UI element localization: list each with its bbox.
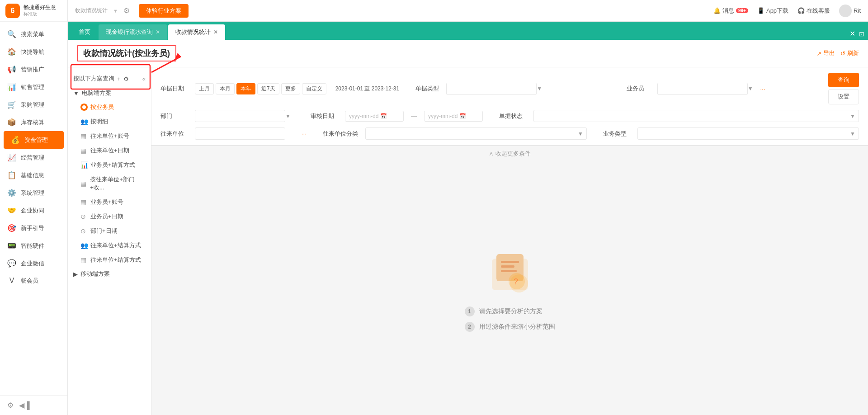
scheme-item-label: 往来单位+结算方式 [90,256,141,264]
scheme-item-partner-account[interactable]: ▦ 往来单位+账号 [68,129,151,143]
svg-rect-3 [501,261,519,263]
scheme-collapse-button[interactable]: « [142,75,146,82]
app-download-btn[interactable]: 📱 App下载 [757,7,788,15]
scheme-item-label: 往来单位+日期 [90,146,129,155]
review-date-from-placeholder: yyyy-mm-dd [349,113,378,119]
gear-icon: ⚙️ [7,189,16,197]
online-service-btn[interactable]: 🎧 在线客服 [797,7,830,15]
scheme-mobile-title[interactable]: ▶ 移动端方案 [68,267,151,281]
sidebar-item-label: 快捷导航 [21,48,44,56]
svg-rect-5 [501,270,517,272]
sidebar-item-label: 系统管理 [21,189,44,197]
partner-category-select[interactable] [365,127,587,140]
salesman-more-btn[interactable]: ··· [760,85,765,92]
sidebar-item-wechat[interactable]: 💬 企业微信 [0,255,67,272]
tab-bank-close-icon[interactable]: ✕ [156,29,160,35]
sidebar-item-inventory[interactable]: 📦 库存核算 [0,113,67,131]
sidebar-item-shortcut[interactable]: 🏠 快捷导航 [0,43,67,61]
sidebar-item-label: 销售管理 [21,83,44,91]
tab-receipt-close-icon[interactable]: ✕ [213,29,218,35]
biz-type-select[interactable] [637,127,859,140]
sidebar-item-label: 资金管理 [24,136,48,144]
sidebar-item-member[interactable]: V 畅会员 [0,272,67,289]
logo-name: 畅捷通好生意 [24,4,56,11]
step-2-text: 用过滤条件来缩小分析范围 [479,323,555,331]
export-button[interactable]: ↗ 导出 [816,49,835,57]
sidebar-item-sales[interactable]: 📊 销售管理 [0,78,67,96]
scheme-item-partner-date[interactable]: ▦ 往来单位+日期 [68,143,151,158]
sidebar-item-label: 畅会员 [21,277,38,285]
scheme-item-salesman-settlement[interactable]: 📊 业务员+结算方式 [68,158,151,172]
date-btn-more[interactable]: 更多 [281,83,300,94]
tab-home[interactable]: 首页 [71,24,98,40]
app-logo: 6 畅捷通好生意 标准版 [0,0,67,22]
salesman-label: 业务员 [627,85,654,93]
review-date-to[interactable]: yyyy-mm-dd 📅 [424,111,483,122]
scheme-item-salesman-date[interactable]: ⊙ 业务员+日期 [68,209,151,224]
doc-type-select[interactable] [446,83,537,95]
refresh-label: 刷新 [847,49,859,57]
scheme-mobile-group: ▶ 移动端方案 [68,267,151,281]
close-window-icon[interactable]: ✕ [849,29,855,38]
collapse-sidebar-icon[interactable]: ◀▐ [19,401,29,410]
sidebar-item-enterprise[interactable]: 🤝 企业协同 [0,202,67,219]
sidebar-item-hardware[interactable]: 📟 智能硬件 [0,237,67,255]
date-btn-this-month[interactable]: 本月 [216,83,235,94]
trial-button[interactable]: 体验行业方案 [139,4,189,18]
scheme-item-salesman[interactable]: 按业务员 [68,100,151,114]
date-btn-this-year[interactable]: 本年 [236,83,255,94]
partner-select[interactable] [195,127,285,140]
sidebar-item-guide[interactable]: 🎯 新手引导 [0,219,67,237]
desktop-group-label: 电脑端方案 [82,89,111,97]
date-btn-7days[interactable]: 近7天 [257,83,279,94]
salesman-select[interactable] [657,83,748,95]
sidebar-item-marketing[interactable]: 📢 营销推广 [0,61,67,78]
people-icon-2: 👥 [80,242,88,249]
scheme-desktop-title[interactable]: ▼ 电脑端方案 [68,86,151,100]
maximize-window-icon[interactable]: ⊡ [859,30,864,38]
review-date-from[interactable]: yyyy-mm-dd 📅 [345,111,404,122]
scheme-item-dept-date[interactable]: ⊙ 部门+日期 [68,224,151,238]
doc-status-select[interactable] [533,110,859,122]
scheme-item-detail[interactable]: 👥 按明细 [68,114,151,129]
tab-bank[interactable]: 现金银行流水查询 ✕ [99,24,167,40]
bell-icon: 🔔 [713,7,721,14]
chart-icon: 📊 [7,83,16,91]
user-avatar[interactable]: Rit [839,5,861,17]
scheme-settings-icon[interactable]: ⚙ [123,75,129,82]
scheme-item-partner-settlement-1[interactable]: 👥 往来单位+结算方式 [68,238,151,253]
query-button[interactable]: 查询 [828,73,859,87]
partner-select-wrap [195,127,294,140]
sidebar-item-capital[interactable]: 💰 资金管理 [4,131,64,149]
refresh-button[interactable]: ↺ 刷新 [840,49,859,57]
scheme-item-salesman-account[interactable]: ▦ 业务员+账号 [68,195,151,209]
sidebar-bottom: ⚙ ◀▐ [0,395,67,415]
service-icon: 🎧 [797,7,805,14]
sidebar-item-basic[interactable]: 📋 基础信息 [0,166,67,184]
sidebar-item-operations[interactable]: 📈 经营管理 [0,149,67,166]
date-btn-custom[interactable]: 自定义 [302,83,326,94]
sidebar-item-search[interactable]: 🔍 搜索菜单 [0,25,67,43]
review-date-to-placeholder: yyyy-mm-dd [428,113,458,119]
partner-more-btn[interactable]: ··· [302,130,307,137]
tab-receipt[interactable]: 收款情况统计 ✕ [168,24,225,40]
scheme-add-icon[interactable]: + [117,75,121,82]
column-settings-button[interactable]: 设置 [828,89,859,104]
sidebar-item-purchase[interactable]: 🛒 采购管理 [0,96,67,113]
collapse-bar[interactable]: ∧ 收起更多条件 [151,146,868,161]
date-btn-last-month[interactable]: 上月 [195,83,214,94]
member-icon: V [7,277,16,285]
settings-bottom-icon[interactable]: ⚙ [7,401,14,410]
sidebar-item-system[interactable]: ⚙️ 系统管理 [0,184,67,202]
dept-select[interactable] [195,110,285,122]
scheme-item-label: 业务员+结算方式 [90,161,135,169]
header-settings-icon[interactable]: ⚙ [123,6,130,15]
message-btn[interactable]: 🔔 消息 99+ [713,7,748,15]
main-area: 收款情况统计 ▼ ⚙ 体验行业方案 🔔 消息 99+ 📱 App下载 🎧 在线客… [68,0,868,415]
partner-category-select-wrap: ▼ [365,127,587,140]
download-icon: 📱 [757,7,764,14]
filter-row-2: 部门 ▼ 审核日期 yyyy-mm-dd 📅 — yyyy-mm-dd [160,110,859,122]
scheme-item-partner-dept[interactable]: ▦ 按往来单位+部门+收... [68,172,151,195]
scheme-item-label: 往来单位+账号 [90,132,129,140]
scheme-item-partner-settlement-2[interactable]: ▦ 往来单位+结算方式 [68,253,151,267]
